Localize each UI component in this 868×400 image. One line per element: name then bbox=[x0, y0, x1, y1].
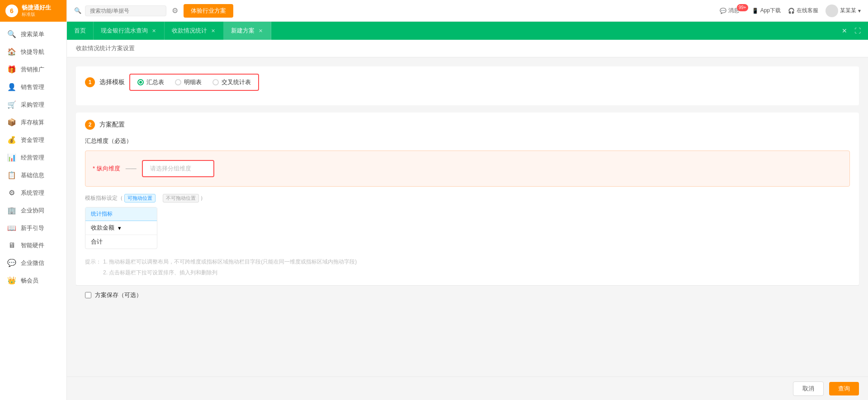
tip-line-1: 提示： 1. 拖动标题栏可以调整布局，不可跨维度或指标区域拖动栏目字段(只能在同… bbox=[85, 256, 850, 267]
sidebar-item-label: 快捷导航 bbox=[21, 48, 44, 56]
box-icon: 📦 bbox=[7, 118, 16, 127]
chat-icon: 💬 bbox=[7, 259, 16, 267]
tab-bank-flow-close[interactable]: ✕ bbox=[151, 28, 157, 34]
tip-text-1: 1. 拖动标题栏可以调整布局，不可跨维度或指标区域拖动栏目字段(只能在同一维度或… bbox=[103, 256, 357, 267]
gear-icon: ⚙ bbox=[7, 188, 16, 197]
sidebar-item-hardware[interactable]: 🖥 智能硬件 bbox=[0, 237, 66, 254]
tab-bank-flow-label: 现金银行流水查询 bbox=[101, 27, 148, 35]
sidebar-item-marketing[interactable]: 🎁 营销推广 bbox=[0, 61, 66, 78]
chart-icon: 📊 bbox=[7, 153, 16, 162]
close-window-icon[interactable]: ✕ bbox=[840, 25, 849, 36]
radio-summary-label: 汇总表 bbox=[146, 78, 164, 86]
sidebar-item-sales[interactable]: 👤 销售管理 bbox=[0, 78, 66, 96]
search-menu-icon: 🔍 bbox=[7, 30, 16, 38]
tab-payment-stats-close[interactable]: ✕ bbox=[210, 28, 216, 34]
tip-text-2: 2. 点击标题栏下拉可设置排序、插入列和删除列 bbox=[103, 267, 217, 278]
sidebar-item-basics[interactable]: 📋 基础信息 bbox=[0, 166, 66, 184]
maximize-icon[interactable]: ⛶ bbox=[853, 25, 863, 36]
sidebar-item-label: 采购管理 bbox=[21, 101, 44, 109]
draggable-tag: 可拖动位置 bbox=[124, 194, 156, 202]
sidebar-item-purchase[interactable]: 🛒 采购管理 bbox=[0, 96, 66, 113]
tabbar: 首页 现金银行流水查询 ✕ 收款情况统计 ✕ 新建方案 ✕ ✕ ⛶ bbox=[67, 22, 868, 40]
radio-cross-circle bbox=[212, 79, 219, 85]
sidebar-item-label: 资金管理 bbox=[21, 136, 44, 144]
avatar bbox=[826, 5, 838, 17]
main-area: 🔍 ⚙ 体验行业方案 💬 消息 99+ 📱 App下载 🎧 在线客服 某某某 bbox=[67, 0, 868, 400]
dimension-area: * 纵向维度 —— 请选择分组维度 bbox=[85, 151, 850, 187]
sidebar-item-label: 系统管理 bbox=[21, 189, 44, 197]
download-item[interactable]: 📱 App下载 bbox=[752, 7, 781, 14]
step2-number: 2 bbox=[85, 120, 95, 130]
sidebar-item-label: 经营管理 bbox=[21, 154, 44, 162]
radio-summary[interactable]: 汇总表 bbox=[137, 78, 164, 86]
home-icon: 🏠 bbox=[7, 47, 16, 56]
template-options: 汇总表 明细表 交叉统计表 bbox=[129, 74, 259, 91]
non-draggable-tag: 不可拖动位置 bbox=[163, 194, 199, 202]
radio-detail[interactable]: 明细表 bbox=[175, 78, 202, 86]
tab-home[interactable]: 首页 bbox=[67, 22, 94, 40]
metrics-settings-header: 模板指标设定（ 可拖动位置 不可拖动位置 ） bbox=[85, 194, 850, 202]
sidebar-item-guide[interactable]: 📖 新手引导 bbox=[0, 219, 66, 237]
dimension-select[interactable]: 请选择分组维度 bbox=[142, 160, 214, 177]
user-profile[interactable]: 某某某 ▾ bbox=[826, 5, 861, 17]
dimension-arrow: —— bbox=[126, 165, 137, 172]
book-icon: 📖 bbox=[7, 224, 16, 232]
logo-text: 畅捷通好生 bbox=[22, 4, 51, 11]
step1-number: 1 bbox=[85, 77, 95, 87]
username: 某某某 bbox=[840, 7, 856, 14]
sidebar-item-operations[interactable]: 📊 经营管理 bbox=[0, 149, 66, 166]
radio-summary-circle bbox=[137, 79, 144, 85]
search-input[interactable] bbox=[85, 5, 166, 16]
metrics-cell-payment: 收款金额 bbox=[91, 224, 114, 232]
sidebar-item-quick-nav[interactable]: 🏠 快捷导航 bbox=[0, 43, 66, 61]
sidebar-item-wechat[interactable]: 💬 企业微信 bbox=[0, 254, 66, 272]
metrics-cell-total: 合计 bbox=[91, 238, 103, 246]
sidebar-item-funds[interactable]: 💰 资金管理 bbox=[0, 131, 66, 149]
tab-new-plan[interactable]: 新建方案 ✕ bbox=[224, 22, 271, 40]
page-body: 1 选择模板 汇总表 明细表 交叉统计表 bbox=[67, 57, 868, 314]
cancel-button[interactable]: 取消 bbox=[793, 381, 824, 396]
tab-bank-flow[interactable]: 现金银行流水查询 ✕ bbox=[94, 22, 165, 40]
topbar-left: 🔍 ⚙ 体验行业方案 bbox=[74, 4, 712, 18]
industry-btn[interactable]: 体验行业方案 bbox=[184, 4, 233, 18]
radio-cross[interactable]: 交叉统计表 bbox=[212, 78, 251, 86]
metrics-table-header: 统计指标 bbox=[85, 207, 157, 221]
sidebar-item-label: 新手引导 bbox=[21, 224, 44, 232]
metrics-row-0[interactable]: 收款金额 ▾ bbox=[85, 221, 157, 235]
sidebar-item-inventory[interactable]: 📦 库存核算 bbox=[0, 113, 66, 131]
tab-payment-stats[interactable]: 收款情况统计 ✕ bbox=[165, 22, 224, 40]
notification-item[interactable]: 💬 消息 99+ bbox=[720, 7, 745, 14]
sidebar-item-member[interactable]: 👑 畅会员 bbox=[0, 272, 66, 289]
logo-icon: 6 bbox=[5, 5, 18, 17]
page-footer: 方案保存（可选） bbox=[76, 285, 859, 305]
crown-icon: 👑 bbox=[7, 276, 16, 285]
dimension-section-title: 汇总维度（必选） bbox=[85, 137, 850, 145]
sidebar-item-enterprise[interactable]: 🏢 企业协同 bbox=[0, 202, 66, 219]
tabbar-actions: ✕ ⛶ bbox=[835, 25, 868, 36]
bottom-bar: 取消 查询 bbox=[67, 376, 868, 400]
tab-new-plan-close[interactable]: ✕ bbox=[257, 28, 264, 34]
save-checkbox[interactable] bbox=[85, 292, 91, 298]
notification-icon: 💬 bbox=[720, 8, 726, 14]
topbar-right: 💬 消息 99+ 📱 App下载 🎧 在线客服 某某某 ▾ bbox=[720, 5, 861, 17]
sidebar-item-label: 智能硬件 bbox=[21, 241, 44, 249]
tip-title: 提示： bbox=[85, 256, 101, 267]
sidebar-item-label: 销售管理 bbox=[21, 83, 44, 91]
metrics-dropdown-icon: ▾ bbox=[118, 225, 121, 231]
cart-icon: 🛒 bbox=[7, 100, 16, 109]
sidebar: 6 畅捷通好生 标准版 🔍 搜索菜单 🏠 快捷导航 🎁 营销推广 👤 销售管理 … bbox=[0, 0, 67, 400]
tip-line-2: 提示： 2. 点击标题栏下拉可设置排序、插入列和删除列 bbox=[85, 267, 850, 278]
page-content: 收款情况统计方案设置 1 选择模板 汇总表 明细表 bbox=[67, 40, 868, 376]
metrics-row-1: 合计 bbox=[85, 235, 157, 249]
sidebar-item-system[interactable]: ⚙ 系统管理 bbox=[0, 184, 66, 202]
step2-header: 2 方案配置 bbox=[85, 120, 850, 130]
tips-section: 提示： 1. 拖动标题栏可以调整布局，不可跨维度或指标区域拖动栏目字段(只能在同… bbox=[85, 256, 850, 278]
service-label: 在线客服 bbox=[797, 7, 818, 14]
sidebar-item-label: 企业协同 bbox=[21, 207, 44, 215]
settings-icon[interactable]: ⚙ bbox=[170, 5, 180, 17]
query-button[interactable]: 查询 bbox=[829, 382, 859, 395]
sidebar-item-search-menu[interactable]: 🔍 搜索菜单 bbox=[0, 25, 66, 43]
sidebar-item-label: 搜索菜单 bbox=[21, 30, 44, 38]
list-icon: 📋 bbox=[7, 171, 16, 179]
service-item[interactable]: 🎧 在线客服 bbox=[788, 7, 818, 14]
